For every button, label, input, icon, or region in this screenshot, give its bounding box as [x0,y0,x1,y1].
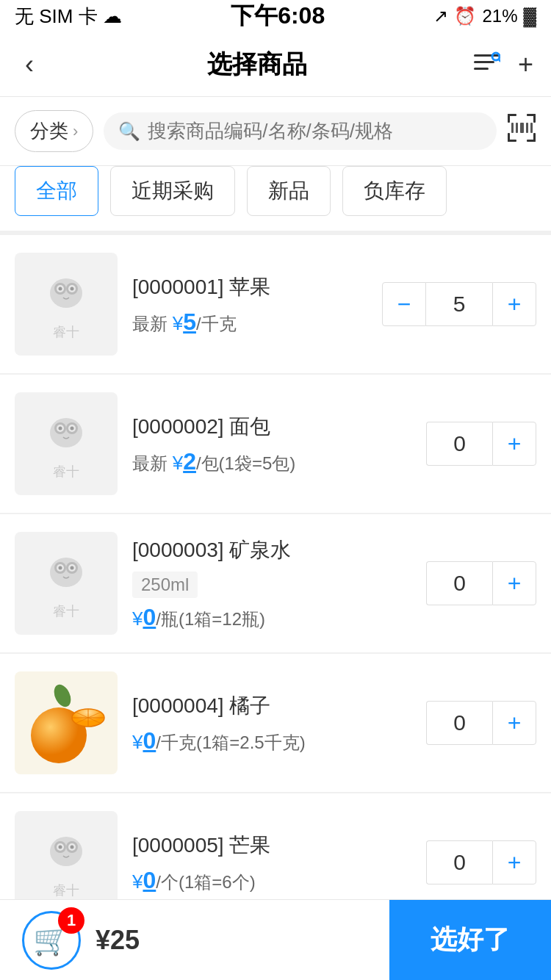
svg-point-39 [51,682,74,710]
product-name: [0000005] 芒果 [132,832,411,860]
search-input[interactable] [148,120,482,143]
product-info-0000001: [0000001] 苹果 最新 ¥5/千克 [132,273,367,336]
brand-logo-text: 睿十 [53,882,79,899]
owl-icon [44,408,88,460]
nav-bar: ‹ 选择商品 + [0,32,551,97]
add-product-button[interactable]: + [518,49,533,80]
svg-point-38 [71,566,74,569]
cart-total: ¥25 [96,925,140,956]
svg-point-18 [50,278,82,308]
svg-rect-14 [516,123,518,133]
list-item: 睿十 [0000003] 矿泉水 250ml ¥0/瓶(1箱=12瓶) + [0,514,551,652]
svg-rect-6 [508,114,510,123]
quantity-increase-button[interactable]: + [492,282,536,326]
svg-rect-12 [533,133,536,142]
tab-negative-stock[interactable]: 负库存 [342,166,447,216]
list-item: 睿十 [0000002] 面包 最新 ¥2/包(1袋=5包) + [0,375,551,513]
cart-section: 🛒 1 ¥25 [0,911,389,970]
product-image-0000004 [15,671,118,774]
quantity-control-0000003: + [426,561,536,605]
quantity-increase-button[interactable]: + [492,561,536,605]
svg-rect-13 [511,123,514,133]
filter-icon[interactable] [474,49,500,80]
svg-point-25 [50,418,82,447]
quantity-input[interactable] [426,561,492,605]
brand-logo-text: 睿十 [53,602,79,620]
confirm-button[interactable]: 选好了 [389,900,551,981]
quantity-input[interactable] [426,701,492,745]
owl-icon [44,268,88,320]
quantity-control-0000001: − + [382,282,536,326]
svg-rect-2 [474,68,489,70]
category-button[interactable]: 分类 › [15,110,93,152]
tab-all[interactable]: 全部 [15,166,98,216]
owl-icon [44,547,88,599]
quantity-input[interactable] [426,282,492,326]
quantity-input[interactable] [426,422,492,466]
brand-logo-text: 睿十 [53,463,79,480]
cart-badge: 1 [58,907,84,934]
quantity-increase-button[interactable]: + [492,422,536,466]
search-input-wrap: 🔍 [104,112,497,150]
back-button[interactable]: ‹ [18,42,41,87]
battery-text: 21% [482,6,517,26]
svg-point-24 [71,287,74,290]
svg-point-51 [59,845,62,849]
nav-arrow-icon: ↗ [433,6,448,26]
svg-point-31 [71,426,74,430]
product-price: ¥0/千克(1箱=2.5千克) [132,727,411,754]
product-image-0000001: 睿十 [15,253,118,356]
product-spec: 250ml [132,572,198,598]
quantity-control-0000005: + [426,840,536,884]
svg-point-23 [59,287,62,290]
product-price: 最新 ¥2/包(1袋=5包) [132,448,411,475]
product-price: 最新 ¥5/千克 [132,309,367,336]
status-signal: 无 SIM 卡 ☁ [15,4,122,29]
category-label: 分类 [30,118,68,144]
tab-recent-purchase[interactable]: 近期采购 [110,166,235,216]
quantity-decrease-button[interactable]: − [382,282,426,326]
product-name: [0000001] 苹果 [132,273,367,301]
svg-point-46 [50,837,82,866]
chevron-right-icon: › [73,122,78,141]
svg-point-52 [71,845,74,849]
status-bar: 无 SIM 卡 ☁ 下午6:08 ↗ ⏰ 21% ▓ [0,0,551,32]
quantity-control-0000002: + [426,422,536,466]
svg-rect-1 [474,61,494,63]
search-bar: 分类 › 🔍 [0,97,551,166]
quantity-input[interactable] [426,840,492,884]
product-price: ¥0/瓶(1箱=12瓶) [132,604,411,631]
svg-rect-15 [520,123,524,133]
status-battery: ↗ ⏰ 21% ▓ [433,6,536,26]
svg-point-30 [59,426,62,430]
battery-icon: ▓ [524,6,537,26]
scan-barcode-icon[interactable] [507,113,536,149]
product-image-0000005: 睿十 [15,811,118,914]
svg-rect-0 [474,54,500,57]
product-info-0000005: [0000005] 芒果 ¥0/个(1箱=6个) [132,832,411,894]
product-price: ¥0/个(1箱=6个) [132,867,411,894]
product-image-0000002: 睿十 [15,392,118,495]
product-info-0000002: [0000002] 面包 最新 ¥2/包(1袋=5包) [132,413,411,475]
product-name: [0000004] 橘子 [132,692,411,720]
cart-icon-button[interactable]: 🛒 1 [22,911,81,970]
svg-point-37 [59,566,62,569]
page-title: 选择商品 [207,48,307,82]
svg-rect-16 [526,123,528,133]
owl-icon [44,826,88,879]
brand-logo-text: 睿十 [53,323,79,341]
tab-new[interactable]: 新品 [247,166,331,216]
svg-line-4 [499,60,500,61]
search-icon: 🔍 [118,121,140,142]
status-time: 下午6:08 [231,0,325,32]
alarm-icon: ⏰ [454,6,476,26]
quantity-increase-button[interactable]: + [492,840,536,884]
svg-rect-17 [530,123,533,133]
quantity-increase-button[interactable]: + [492,701,536,745]
nav-actions: + [474,49,533,80]
svg-point-32 [50,558,82,587]
product-name: [0000002] 面包 [132,413,411,441]
quantity-control-0000004: + [426,701,536,745]
product-image-0000003: 睿十 [15,532,118,635]
product-list: 睿十 [0000001] 苹果 最新 ¥5/千克 − + [0,235,551,980]
